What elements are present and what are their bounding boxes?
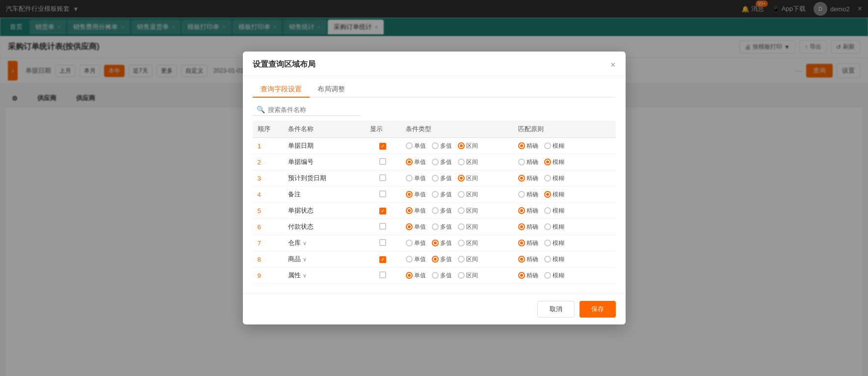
type-radio-type_single[interactable]: 单值 — [406, 190, 426, 199]
type-radio-type_single[interactable]: 单值 — [406, 158, 426, 166]
type-radio-type_multi[interactable]: 多值 — [432, 255, 452, 264]
type-radio-type_range[interactable]: 区间 — [458, 207, 478, 215]
type-radio-type_multi[interactable]: 多值 — [432, 239, 452, 247]
match-radio-match_fuzzy[interactable]: 模糊 — [544, 142, 564, 150]
radio-circle — [544, 159, 551, 165]
match-radio-match_fuzzy[interactable]: 模糊 — [544, 158, 564, 166]
match-radio-match_fuzzy[interactable]: 模糊 — [544, 223, 564, 231]
type-radio-type_single[interactable]: 单值 — [406, 223, 426, 231]
display-checkbox[interactable] — [379, 174, 386, 181]
cell-match: 精确模糊 — [513, 284, 615, 288]
match-radio-match_fuzzy[interactable]: 模糊 — [544, 207, 564, 215]
type-radio-type_range[interactable]: 区间 — [458, 158, 478, 166]
type-radio-type_range[interactable]: 区间 — [458, 239, 478, 247]
tab-layout[interactable]: 布局调整 — [310, 82, 353, 98]
match-radio-match_fuzzy[interactable]: 模糊 — [544, 190, 564, 199]
cell-type: 单值多值区间 — [401, 154, 513, 170]
type-radio-type_single[interactable]: 单值 — [406, 174, 426, 183]
radio-circle — [458, 240, 465, 246]
match-radio-match_exact[interactable]: 精确 — [518, 239, 538, 247]
cell-type: 单值多值区间 — [401, 268, 513, 284]
type-radio-type_single[interactable]: 单值 — [406, 239, 426, 247]
display-checkbox[interactable] — [379, 288, 386, 288]
display-checkbox[interactable] — [379, 239, 386, 246]
cell-display[interactable] — [365, 235, 401, 251]
display-checkbox[interactable] — [379, 158, 386, 165]
type-radio-type_multi[interactable]: 多值 — [432, 158, 452, 166]
radio-circle — [544, 142, 551, 149]
type-radio-type_multi[interactable]: 多值 — [432, 190, 452, 199]
table-row: 7仓库 ∨单值多值区间精确模糊 — [253, 235, 616, 251]
radio-circle — [432, 240, 439, 246]
display-checkbox[interactable] — [379, 208, 386, 215]
radio-circle — [518, 256, 525, 263]
cell-name: 有无商品图片 — [283, 284, 365, 288]
radio-circle — [518, 159, 525, 165]
cell-order: 2 — [253, 154, 284, 170]
radio-circle — [518, 191, 525, 198]
match-radio-match_exact[interactable]: 精确 — [518, 142, 538, 150]
tab-query-fields[interactable]: 查询字段设置 — [253, 82, 310, 98]
type-radio-type_multi[interactable]: 多值 — [432, 288, 452, 288]
radio-circle — [432, 159, 439, 165]
cell-type: 单值多值区间 — [401, 284, 513, 288]
save-button[interactable]: 保存 — [579, 301, 616, 318]
type-radio-type_range[interactable]: 区间 — [458, 288, 478, 288]
type-radio-type_range[interactable]: 区间 — [458, 271, 478, 280]
cell-name: 属性 ∨ — [283, 268, 365, 284]
match-radio-match_fuzzy[interactable]: 模糊 — [544, 288, 564, 288]
display-checkbox[interactable] — [379, 190, 386, 197]
type-radio-type_multi[interactable]: 多值 — [432, 142, 452, 150]
cell-display[interactable] — [365, 251, 401, 268]
type-radio-type_multi[interactable]: 多值 — [432, 271, 452, 280]
type-radio-type_single[interactable]: 单值 — [406, 255, 426, 264]
cell-display[interactable] — [365, 268, 401, 284]
type-radio-type_range[interactable]: 区间 — [458, 142, 478, 150]
match-radio-match_exact[interactable]: 精确 — [518, 158, 538, 166]
cell-display[interactable] — [365, 219, 401, 235]
cell-type: 单值多值区间 — [401, 138, 513, 154]
table-row: 1单据日期单值多值区间精确模糊 — [253, 138, 616, 154]
display-checkbox[interactable] — [379, 256, 386, 263]
display-checkbox[interactable] — [379, 223, 386, 230]
type-radio-type_multi[interactable]: 多值 — [432, 174, 452, 183]
cancel-button[interactable]: 取消 — [537, 301, 575, 318]
match-radio-match_exact[interactable]: 精确 — [518, 207, 538, 215]
cell-display[interactable] — [365, 170, 401, 187]
match-radio-match_fuzzy[interactable]: 模糊 — [544, 239, 564, 247]
match-radio-match_exact[interactable]: 精确 — [518, 190, 538, 199]
match-radio-match_exact[interactable]: 精确 — [518, 223, 538, 231]
match-radio-match_exact[interactable]: 精确 — [518, 288, 538, 288]
type-radio-type_single[interactable]: 单值 — [406, 207, 426, 215]
match-radio-match_exact[interactable]: 精确 — [518, 174, 538, 183]
type-radio-type_single[interactable]: 单值 — [406, 142, 426, 150]
display-checkbox[interactable] — [379, 271, 386, 278]
match-radio-match_exact[interactable]: 精确 — [518, 271, 538, 280]
type-radio-type_single[interactable]: 单值 — [406, 288, 426, 288]
type-radio-type_range[interactable]: 区间 — [458, 190, 478, 199]
match-radio-match_exact[interactable]: 精确 — [518, 255, 538, 264]
expand-icon: ∨ — [303, 272, 307, 278]
type-radio-type_multi[interactable]: 多值 — [432, 207, 452, 215]
type-radio-type_range[interactable]: 区间 — [458, 255, 478, 264]
type-radio-type_range[interactable]: 区间 — [458, 223, 478, 231]
radio-circle — [406, 175, 413, 182]
dialog-close-button[interactable]: × — [610, 60, 616, 69]
radio-circle — [458, 207, 465, 214]
cell-display[interactable] — [365, 284, 401, 288]
type-radio-type_multi[interactable]: 多值 — [432, 223, 452, 231]
match-radio-match_fuzzy[interactable]: 模糊 — [544, 271, 564, 280]
dialog-header: 设置查询区域布局 × — [243, 52, 626, 76]
search-input[interactable] — [268, 106, 356, 113]
type-radio-type_single[interactable]: 单值 — [406, 271, 426, 280]
radio-circle — [518, 223, 525, 230]
radio-circle — [406, 142, 413, 149]
type-radio-type_range[interactable]: 区间 — [458, 174, 478, 183]
cell-display[interactable] — [365, 154, 401, 170]
match-radio-match_fuzzy[interactable]: 模糊 — [544, 174, 564, 183]
display-checkbox[interactable] — [379, 143, 386, 150]
cell-display[interactable] — [365, 138, 401, 154]
cell-display[interactable] — [365, 203, 401, 219]
cell-display[interactable] — [365, 187, 401, 203]
match-radio-match_fuzzy[interactable]: 模糊 — [544, 255, 564, 264]
